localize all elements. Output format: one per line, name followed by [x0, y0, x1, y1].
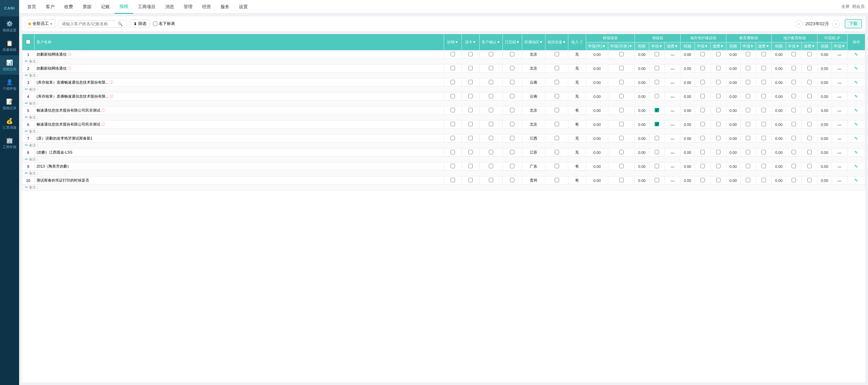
row-tax-copy[interactable]	[444, 106, 461, 115]
city-waive-cb[interactable]	[716, 52, 721, 56]
confirm-cb[interactable]	[489, 66, 493, 70]
edu-declare-cb[interactable]	[746, 80, 750, 84]
city-declare-cb[interactable]	[700, 178, 705, 182]
tax-device-cb[interactable]	[555, 80, 559, 84]
sidebar-item-tax-overview[interactable]: 📊 报税总览	[0, 55, 19, 75]
local-waive-cb[interactable]	[807, 122, 812, 126]
row-vat-declare-cb[interactable]	[649, 162, 665, 171]
nav-operation[interactable]: 经营	[197, 0, 216, 14]
row-edu-waive[interactable]	[756, 162, 772, 171]
nav-bookkeeping[interactable]: 记账	[96, 0, 115, 14]
vat-declare-cb[interactable]	[655, 178, 659, 182]
row-paid[interactable]	[502, 51, 522, 59]
row-vat-declare-cb[interactable]	[649, 120, 665, 129]
clear-card-cb[interactable]	[468, 136, 473, 140]
nav-tax[interactable]: 报税	[115, 0, 133, 14]
city-waive-cb[interactable]	[716, 108, 721, 112]
row-vat-declare-cb[interactable]	[649, 65, 665, 73]
row-clear-card[interactable]	[461, 106, 479, 115]
row-city-waive[interactable]	[710, 51, 726, 59]
row-tax-device[interactable]	[545, 148, 568, 157]
row-edit-btn[interactable]: ✎	[848, 176, 865, 185]
vat-declare-cb[interactable]	[655, 136, 659, 140]
nav-customer[interactable]: 客户	[41, 0, 59, 14]
row-local-waive[interactable]	[802, 134, 817, 143]
row-tax-device[interactable]	[545, 106, 568, 115]
local-waive-cb[interactable]	[807, 178, 812, 182]
local-waive-cb[interactable]	[807, 108, 812, 112]
row-confirm[interactable]	[479, 106, 502, 115]
fin-month-cb[interactable]	[619, 52, 624, 56]
row-tax-device[interactable]	[545, 120, 568, 129]
tax-copy-cb[interactable]	[451, 150, 455, 154]
row-financial-month-cb[interactable]	[608, 92, 635, 101]
row-city-declare-cb[interactable]	[695, 120, 710, 129]
row-paid[interactable]	[502, 148, 522, 157]
row-edu-declare-cb[interactable]	[740, 106, 756, 115]
row-vat-declare-cb[interactable]	[649, 176, 665, 185]
clear-card-cb[interactable]	[468, 122, 473, 126]
city-waive-cb[interactable]	[716, 80, 721, 84]
download-button[interactable]: 下载	[845, 19, 862, 28]
tax-copy-cb[interactable]	[451, 52, 455, 56]
row-edu-waive[interactable]	[756, 79, 772, 87]
row-local-declare-cb[interactable]	[786, 79, 802, 87]
row-tax-device[interactable]	[545, 65, 568, 73]
select-all-checkbox[interactable]	[26, 40, 30, 44]
row-clear-card[interactable]	[461, 92, 479, 101]
row-local-declare-cb[interactable]	[786, 148, 802, 157]
edu-waive-cb[interactable]	[762, 122, 766, 126]
edit-icon[interactable]: ✎	[854, 136, 858, 141]
nav-settings[interactable]: 设置	[234, 0, 253, 14]
edu-declare-cb[interactable]	[746, 94, 750, 98]
paid-cb[interactable]	[510, 80, 514, 84]
row-city-waive[interactable]	[710, 162, 726, 171]
row-edu-declare-cb[interactable]	[740, 65, 756, 73]
row-local-waive[interactable]	[802, 65, 817, 73]
row-edu-declare-cb[interactable]	[740, 92, 756, 101]
row-city-declare-cb[interactable]	[695, 176, 710, 185]
tax-copy-cb[interactable]	[451, 108, 455, 112]
row-financial-month-cb[interactable]	[608, 148, 635, 157]
city-waive-cb[interactable]	[716, 94, 721, 98]
row-paid[interactable]	[502, 120, 522, 129]
local-waive-cb[interactable]	[807, 150, 812, 154]
nav-service[interactable]: 服务	[216, 0, 234, 14]
vat-declare-cb[interactable]	[655, 122, 659, 126]
edu-waive-cb[interactable]	[762, 178, 766, 182]
fin-month-cb[interactable]	[619, 94, 624, 98]
row-local-waive[interactable]	[802, 92, 817, 101]
tax-copy-cb[interactable]	[451, 94, 455, 98]
row-edu-declare-cb[interactable]	[740, 79, 756, 87]
row-clear-card[interactable]	[461, 134, 479, 143]
paid-cb[interactable]	[510, 178, 514, 182]
clear-card-cb[interactable]	[468, 94, 473, 98]
row-vat-declare-cb[interactable]	[649, 51, 665, 59]
row-confirm[interactable]	[479, 134, 502, 143]
city-waive-cb[interactable]	[716, 66, 721, 70]
row-local-declare-cb[interactable]	[786, 106, 802, 115]
row-edu-waive[interactable]	[756, 134, 772, 143]
row-edit-btn[interactable]: ✎	[848, 65, 865, 73]
paid-cb[interactable]	[510, 66, 514, 70]
row-paid[interactable]	[502, 134, 522, 143]
tax-device-cb[interactable]	[555, 178, 559, 182]
row-vat-declare-cb[interactable]	[649, 79, 665, 87]
edit-icon[interactable]: ✎	[854, 66, 858, 71]
tax-copy-cb[interactable]	[451, 136, 455, 140]
edu-waive-cb[interactable]	[762, 52, 766, 56]
clear-card-cb[interactable]	[468, 52, 473, 56]
row-tax-device[interactable]	[545, 176, 568, 185]
fin-month-cb[interactable]	[619, 164, 624, 168]
row-city-waive[interactable]	[710, 120, 726, 129]
row-tax-copy[interactable]	[444, 51, 461, 59]
paid-cb[interactable]	[510, 94, 514, 98]
tax-copy-cb[interactable]	[451, 178, 455, 182]
fin-month-cb[interactable]	[619, 108, 624, 112]
edu-waive-cb[interactable]	[762, 136, 766, 140]
row-edu-waive[interactable]	[756, 106, 772, 115]
tax-copy-cb[interactable]	[451, 122, 455, 126]
fin-month-cb[interactable]	[619, 122, 624, 126]
row-edu-declare-cb[interactable]	[740, 51, 756, 59]
vat-declare-cb[interactable]	[655, 164, 659, 168]
